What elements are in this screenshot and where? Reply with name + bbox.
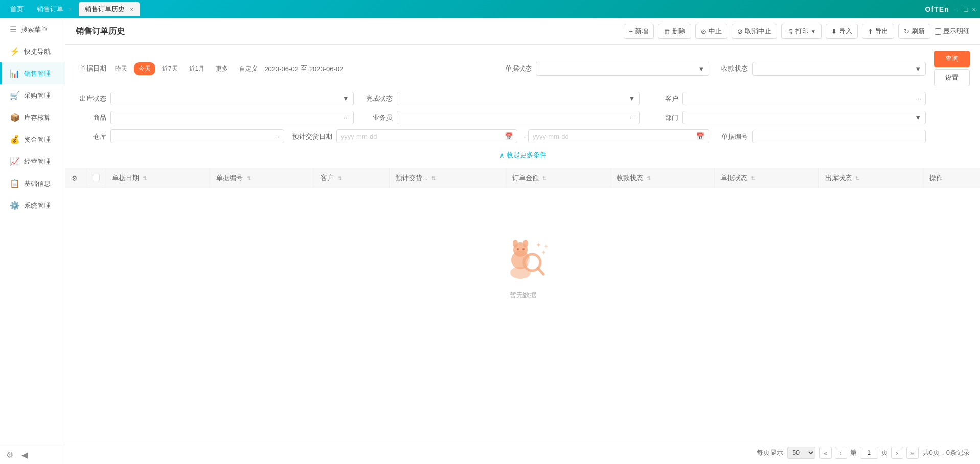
setting-button[interactable]: 设置 — [934, 69, 970, 86]
department-dropdown-icon: ▼ — [915, 114, 921, 121]
col-outbound-status[interactable]: 出库状态 ⇅ — [818, 168, 923, 188]
refresh-button[interactable]: ↻ 刷新 — [898, 24, 930, 39]
sidebar-item-funds-mgmt-label: 资金管理 — [24, 135, 51, 144]
expected-delivery-start[interactable]: yyyy-mm-dd 📅 — [336, 129, 517, 143]
col-order-status-label: 单据状态 — [721, 174, 747, 182]
tab-sales-order-history[interactable]: 销售订单历史 × — [79, 2, 139, 16]
date-btn-yesterday[interactable]: 昨天 — [110, 62, 132, 75]
completion-status-select[interactable]: ▼ — [397, 92, 640, 105]
department-select[interactable]: ▼ — [682, 111, 926, 124]
empty-state: ✦ ✦ ✦ 暂无数据 — [65, 188, 980, 341]
inventory-mgmt-icon: 📦 — [10, 113, 20, 122]
completion-status-label: 完成状态 — [362, 94, 393, 103]
receipt-status-select[interactable]: ▼ — [752, 62, 926, 76]
date-btn-today[interactable]: 今天 — [134, 62, 155, 75]
sidebar-item-sales-mgmt-label: 销售管理 — [24, 69, 51, 78]
filter-date: 单据日期 昨天 今天 近7天 近1月 更多 自定义 2023-06-02 至 — [76, 62, 493, 75]
sidebar-item-sales-mgmt[interactable]: 📊 销售管理 — [0, 62, 65, 84]
tab-home[interactable]: 首页 — [4, 2, 30, 16]
sidebar-settings-icon[interactable]: ⚙ — [6, 450, 13, 460]
basic-info-icon: 📋 — [10, 179, 20, 188]
tab-sales-order-history-close[interactable]: × — [130, 6, 133, 12]
sidebar-item-funds-mgmt[interactable]: 💰 资金管理 — [0, 128, 65, 150]
brand-label: OfTEn — [925, 5, 949, 13]
outbound-status-select[interactable]: ▼ — [110, 92, 354, 105]
select-all-checkbox[interactable] — [93, 174, 100, 181]
sidebar-item-search-menu[interactable]: ☰ 搜索菜单 — [0, 18, 65, 40]
cancel-suspend-button[interactable]: ⊘ 取消中止 — [732, 24, 777, 39]
col-settings[interactable]: ⚙ — [65, 168, 86, 188]
delete-icon: 🗑 — [664, 28, 670, 35]
col-order-status[interactable]: 单据状态 ⇅ — [714, 168, 818, 188]
last-page-btn[interactable]: » — [906, 447, 919, 459]
sales-mgmt-icon: 📊 — [10, 69, 20, 78]
settings-icon[interactable]: ⚙ — [72, 174, 78, 182]
collapse-button[interactable]: ∧ 收起更多条件 — [497, 148, 549, 162]
order-number-input[interactable] — [752, 130, 926, 143]
expected-delivery-end[interactable]: yyyy-mm-dd 📅 — [528, 129, 709, 143]
close-btn[interactable]: × — [972, 6, 976, 13]
export-button[interactable]: ⬆ 导出 — [862, 24, 894, 39]
page-header: 销售订单历史 + 新增 🗑 删除 ⊘ 中止 ⊘ 取消中止 — [65, 18, 980, 45]
salesperson-select[interactable]: ··· — [397, 111, 640, 124]
sidebar-item-quick-nav-label: 快捷导航 — [24, 47, 51, 56]
col-order-no[interactable]: 单据编号 ⇅ — [210, 168, 314, 188]
table-header-row: ⚙ 单据日期 ⇅ 单据编号 ⇅ — [65, 168, 980, 188]
goods-label: 商品 — [76, 113, 106, 122]
new-button[interactable]: + 新增 — [624, 24, 654, 39]
import-button[interactable]: ⬇ 导入 — [826, 24, 858, 39]
sidebar-item-inventory-mgmt[interactable]: 📦 库存核算 — [0, 106, 65, 128]
suspend-button[interactable]: ⊘ 中止 — [695, 24, 727, 39]
maximize-btn[interactable]: □ — [964, 6, 968, 13]
col-amount[interactable]: 订单金额 ⇅ — [506, 168, 610, 188]
sidebar-item-system-mgmt[interactable]: ⚙️ 系统管理 — [0, 194, 65, 216]
col-customer[interactable]: 客户 ⇅ — [314, 168, 390, 188]
page-unit: 页 — [881, 448, 888, 457]
sidebar-item-quick-nav[interactable]: ⚡ 快捷导航 — [0, 40, 65, 62]
filter-completion-status: 完成状态 ▼ — [362, 92, 640, 105]
prev-page-btn[interactable]: ‹ — [835, 447, 847, 459]
tab-sales-order-close[interactable]: × — [69, 6, 72, 12]
warehouse-select[interactable]: ··· — [110, 129, 284, 143]
customer-ellipsis: ··· — [916, 95, 921, 102]
page-size-select[interactable]: 50 20 100 200 — [787, 447, 815, 459]
display-cols-checkbox[interactable] — [935, 28, 941, 35]
empty-text: 暂无数据 — [510, 291, 536, 300]
minimize-btn[interactable]: — — [953, 6, 960, 13]
sidebar-item-purchase-mgmt[interactable]: 🛒 采购管理 — [0, 84, 65, 106]
date-btn-last7[interactable]: 近7天 — [157, 62, 183, 75]
window-controls: OfTEn — □ × — [925, 5, 976, 13]
sidebar-collapse-icon[interactable]: ◀ — [21, 450, 28, 460]
last-page-icon: » — [910, 449, 914, 457]
filter-order-number: 单据编号 — [717, 130, 926, 143]
display-cols-control[interactable]: 显示明细 — [935, 27, 970, 36]
order-status-select[interactable]: ▼ — [536, 62, 710, 76]
sidebar-item-operations-mgmt[interactable]: 📈 经营管理 — [0, 150, 65, 172]
expected-delivery-label: 预计交货日期 — [292, 132, 332, 141]
date-btn-more[interactable]: 更多 — [211, 62, 233, 75]
date-btn-last1m[interactable]: 近1月 — [185, 62, 210, 75]
first-page-btn[interactable]: « — [819, 447, 832, 459]
delete-button[interactable]: 🗑 删除 — [658, 24, 691, 39]
sidebar-item-search-menu-label: 搜索菜单 — [21, 25, 48, 34]
col-receipt-status[interactable]: 收款状态 ⇅ — [610, 168, 714, 188]
empty-state-cell: ✦ ✦ ✦ 暂无数据 — [65, 188, 980, 341]
print-button[interactable]: 🖨 打印 ▼ — [781, 24, 822, 39]
query-button[interactable]: 查询 — [934, 51, 970, 67]
salesperson-ellipsis: ··· — [630, 114, 635, 121]
col-date[interactable]: 单据日期 ⇅ — [106, 168, 210, 188]
col-expected-delivery[interactable]: 预计交货... ⇅ — [390, 168, 506, 188]
goods-select[interactable]: ··· — [110, 111, 354, 124]
col-checkbox[interactable] — [86, 168, 106, 188]
date-btn-custom[interactable]: 自定义 — [235, 62, 262, 75]
sidebar-bottom: ⚙ ◀ — [0, 446, 65, 464]
sidebar-item-basic-info[interactable]: 📋 基础信息 — [0, 172, 65, 194]
filter-receipt-status: 收款状态 ▼ — [717, 62, 926, 76]
tab-sales-order[interactable]: 销售订单 × — [31, 2, 78, 16]
col-receipt-status-label: 收款状态 — [617, 174, 643, 182]
customer-select[interactable]: ··· — [682, 92, 926, 105]
filter-order-status: 单据状态 ▼ — [501, 62, 710, 76]
tab-home-label: 首页 — [10, 5, 24, 14]
next-page-btn[interactable]: › — [891, 447, 903, 459]
page-input[interactable] — [860, 447, 878, 459]
